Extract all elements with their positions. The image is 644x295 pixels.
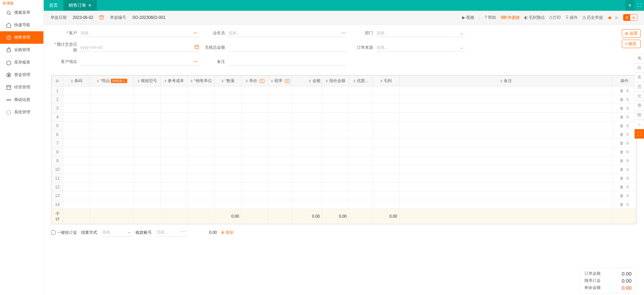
- help-button[interactable]: ? 帮助: [485, 15, 496, 21]
- customer-lookup-icon[interactable]: ⋯: [192, 31, 199, 35]
- delivery-calendar-icon[interactable]: [194, 44, 199, 50]
- table-row[interactable]: 12🗑⎘: [52, 183, 636, 191]
- rail-button-6[interactable]: 附: [635, 110, 644, 120]
- add-payment-button[interactable]: ⊕ 添加: [221, 230, 233, 235]
- rail-button-5[interactable]: 券: [635, 101, 644, 110]
- doc-date-value[interactable]: 2023-06-02: [73, 15, 93, 20]
- copy-row-icon[interactable]: ⎘: [627, 193, 629, 198]
- dept-input[interactable]: [376, 29, 459, 37]
- calendar-icon[interactable]: [99, 15, 104, 21]
- sort-icon[interactable]: ▲▼: [326, 79, 329, 83]
- delete-row-icon[interactable]: 🗑: [620, 132, 624, 137]
- gear-icon[interactable]: ⚙: [55, 79, 59, 83]
- operate-button[interactable]: ⠿ 操作: [566, 15, 578, 21]
- edit-icon[interactable]: ✎: [285, 79, 290, 83]
- close-all-tabs-button[interactable]: ✕: [625, 0, 635, 11]
- sidebar-item-manage[interactable]: 经营管理: [0, 81, 43, 94]
- table-row[interactable]: 8🗑⎘: [52, 148, 636, 156]
- sort-icon[interactable]: ▲▼: [97, 79, 100, 83]
- copy-row-icon[interactable]: ⎘: [627, 150, 629, 154]
- delete-row-icon[interactable]: 🗑: [620, 150, 624, 154]
- sidebar-item-system[interactable]: 系统管理: [0, 106, 43, 118]
- sort-icon[interactable]: ▲▼: [137, 79, 140, 83]
- table-row[interactable]: 4🗑⎘: [52, 113, 636, 121]
- table-row[interactable]: 6🗑⎘: [52, 130, 636, 139]
- sidebar-item-inventory[interactable]: 库存核算: [0, 56, 43, 69]
- sort-icon[interactable]: ▲▼: [190, 79, 193, 83]
- history-button[interactable]: ◷ 历史单据: [582, 15, 603, 21]
- video-button[interactable]: ▶ 视频: [462, 15, 474, 21]
- customer-input[interactable]: [80, 29, 192, 37]
- rail-button-0[interactable]: 粤: [635, 54, 644, 63]
- sidebar-item-sales[interactable]: 销售管理: [0, 31, 43, 44]
- scan-badge[interactable]: 扫码录入: [111, 79, 127, 83]
- copy-row-icon[interactable]: ⎘: [627, 97, 629, 102]
- salesman-input[interactable]: [228, 29, 340, 37]
- delete-row-icon[interactable]: 🗑: [620, 123, 624, 128]
- edit-icon[interactable]: ✎: [260, 79, 264, 83]
- remark-input[interactable]: [228, 58, 347, 65]
- sort-icon[interactable]: ▲▼: [164, 79, 167, 83]
- delete-row-icon[interactable]: 🗑: [620, 167, 624, 172]
- settle-select[interactable]: 选择...⌄: [101, 228, 131, 236]
- salesman-lookup-icon[interactable]: ⋯: [340, 31, 347, 35]
- delete-row-icon[interactable]: 🗑: [620, 185, 624, 189]
- rail-button-7[interactable]: ☆: [635, 120, 644, 129]
- copy-row-icon[interactable]: ⎘: [627, 123, 629, 128]
- delete-row-icon[interactable]: 🗑: [620, 202, 624, 207]
- delivery-date-input[interactable]: [80, 44, 194, 51]
- sidebar-item-search[interactable]: 搜索菜单: [0, 6, 43, 19]
- copy-row-icon[interactable]: ⎘: [627, 115, 629, 119]
- rail-button-3[interactable]: 历: [635, 82, 644, 91]
- view-mode-grid[interactable]: ⊞: [630, 14, 637, 21]
- table-row[interactable]: 7🗑⎘: [52, 139, 636, 148]
- copy-row-icon[interactable]: ⎘: [627, 176, 629, 181]
- tab-销售订单[interactable]: 销售订单✕: [63, 0, 97, 11]
- table-row[interactable]: 11🗑⎘: [52, 174, 636, 183]
- addr-lookup-icon[interactable]: ⋯: [192, 59, 199, 64]
- delete-row-icon[interactable]: 🗑: [620, 141, 624, 146]
- copy-row-icon[interactable]: ⎘: [627, 158, 629, 163]
- order-source-input[interactable]: [376, 44, 459, 51]
- copy-row-icon[interactable]: ⎘: [627, 88, 629, 93]
- cust-addr-input[interactable]: [80, 58, 192, 65]
- prev-doc-button[interactable]: ◀: [608, 15, 611, 20]
- table-row[interactable]: 9🗑⎘: [52, 156, 636, 165]
- sidebar-item-purchase[interactable]: 采购管理: [0, 44, 43, 56]
- sidebar-item-fund[interactable]: ¥资金管理: [0, 69, 43, 81]
- dept-dropdown-icon[interactable]: ⌄: [459, 31, 465, 35]
- collect-deposit-checkbox[interactable]: 一键收订金: [51, 230, 77, 235]
- logistics-button[interactable]: + 物流: [622, 40, 641, 48]
- settings-button[interactable]: ⚙ 设置: [622, 29, 641, 38]
- delete-row-icon[interactable]: 🗑: [620, 193, 624, 198]
- tab-首页[interactable]: 首页: [44, 0, 63, 11]
- copy-row-icon[interactable]: ⎘: [627, 202, 629, 207]
- view-mode-form[interactable]: ☰: [623, 14, 630, 21]
- delete-row-icon[interactable]: 🗑: [620, 97, 624, 102]
- sort-icon[interactable]: ▲▼: [500, 79, 503, 83]
- copy-row-icon[interactable]: ⎘: [627, 132, 629, 137]
- sort-icon[interactable]: ▲▼: [380, 79, 383, 83]
- tax-excl-input[interactable]: [228, 44, 347, 51]
- sort-icon[interactable]: ▲▼: [308, 79, 311, 83]
- sidebar-item-home[interactable]: 快捷导航: [0, 19, 43, 31]
- copy-row-icon[interactable]: ⎘: [627, 106, 629, 111]
- table-row[interactable]: 13🗑⎘: [52, 191, 636, 200]
- print-button[interactable]: ⎙ 打印: [550, 15, 561, 21]
- rail-button-8[interactable]: ⛶: [635, 129, 644, 139]
- table-row[interactable]: 1🗑⎘: [52, 86, 636, 95]
- rail-button-4[interactable]: 欠: [635, 91, 644, 101]
- close-icon[interactable]: ✕: [88, 3, 91, 8]
- account-select[interactable]: 选择...⋯: [156, 228, 186, 236]
- sort-icon[interactable]: ▲▼: [353, 79, 356, 83]
- shortcut-button[interactable]: ⌨ 快捷键: [501, 15, 520, 21]
- copy-row-icon[interactable]: ⎘: [627, 141, 629, 146]
- sort-icon[interactable]: ▲▼: [270, 79, 273, 83]
- next-doc-button[interactable]: ▶: [615, 15, 618, 20]
- delete-row-icon[interactable]: 🗑: [620, 106, 624, 111]
- table-row[interactable]: 14🗑⎘: [52, 200, 636, 209]
- delete-row-icon[interactable]: 🗑: [620, 115, 624, 119]
- copy-row-icon[interactable]: ⎘: [627, 185, 629, 189]
- delete-row-icon[interactable]: 🗑: [620, 158, 624, 163]
- rail-button-1[interactable]: 价: [635, 63, 644, 73]
